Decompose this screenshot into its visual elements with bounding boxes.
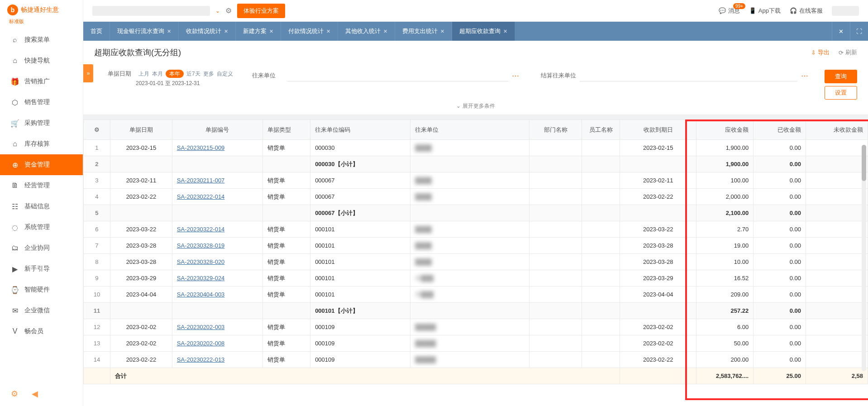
doc-link[interactable]: SA-20230222-014	[177, 193, 225, 200]
doc-link[interactable]: SA-20230328-019	[177, 242, 225, 249]
sidebar-item-basic-info[interactable]: ☷基础信息	[0, 196, 83, 217]
settle-more-icon[interactable]: ⋯	[801, 72, 808, 80]
doc-link[interactable]: SA-20230215-009	[177, 144, 225, 151]
user-avatar[interactable]	[832, 6, 859, 16]
table-row[interactable]: 1 2023-02-15 SA-20230215-009 销货单 000030 …	[84, 140, 868, 156]
settings-gear-icon[interactable]: ⚙	[11, 389, 18, 399]
sidebar-item-guide[interactable]: ▶新手引导	[0, 258, 83, 279]
date-option[interactable]: 近7天	[186, 71, 200, 77]
column-header[interactable]: 应收金额	[696, 120, 753, 140]
org-caret-icon[interactable]: ⌄	[215, 8, 220, 14]
table-row[interactable]: 6 2023-03-22 SA-20230322-014 销货单 000101 …	[84, 221, 868, 238]
vertical-scrollbar[interactable]	[862, 145, 866, 371]
tab[interactable]: 超期应收款查询✕	[452, 22, 515, 41]
column-header[interactable]: 往来单位编码	[310, 120, 410, 140]
unit-more-icon[interactable]: ⋯	[512, 72, 519, 80]
doc-link[interactable]: SA-20230202-008	[177, 340, 225, 347]
tab-close-icon[interactable]: ✕	[167, 29, 171, 34]
table-row[interactable]: 8 2023-03-28 SA-20230328-020 销货单 000101 …	[84, 254, 868, 270]
settle-unit-input[interactable]	[580, 70, 797, 81]
tab-close-icon[interactable]: ✕	[224, 29, 228, 34]
app-download-link[interactable]: 📱 App下载	[749, 7, 781, 15]
table-row[interactable]: 3 2023-02-11 SA-20230211-007 销货单 000067 …	[84, 172, 868, 189]
date-option[interactable]: 本月	[152, 71, 163, 77]
gear-icon[interactable]: ⚙	[225, 6, 232, 15]
sidebar-item-purchase[interactable]: 🛒采购管理	[0, 113, 83, 134]
column-header[interactable]: 往来单位	[410, 120, 529, 140]
collapse-icon[interactable]: ◀	[32, 389, 38, 399]
date-option[interactable]: 本年	[166, 70, 184, 78]
sidebar-item-quick-nav[interactable]: ⌂快捷导航	[0, 50, 83, 71]
sidebar-item-search-menu[interactable]: ⌕搜索菜单	[0, 29, 83, 50]
sidebar-item-label: 库存核算	[24, 140, 50, 148]
tab-close-icon[interactable]: ✕	[383, 29, 387, 34]
tab[interactable]: 费用支出统计✕	[395, 22, 452, 41]
table-row[interactable]: 7 2023-03-28 SA-20230328-019 销货单 000101 …	[84, 238, 868, 254]
table-row[interactable]: 5 000067【小计】 2,100.00 0.00	[84, 205, 868, 221]
table-row[interactable]: 13 2023-02-02 SA-20230202-008 销货单 000109…	[84, 335, 868, 352]
tab[interactable]: 新建方案✕	[236, 22, 281, 41]
table-row[interactable]: 11 000101【小计】 257.22 0.00	[84, 303, 868, 319]
date-option[interactable]: 自定义	[217, 71, 233, 77]
tab[interactable]: 现金银行流水查询✕	[110, 22, 179, 41]
tab-close-icon[interactable]: ✕	[503, 29, 507, 34]
online-service-link[interactable]: 🎧 在线客服	[790, 7, 823, 15]
date-option[interactable]: 更多	[203, 71, 214, 77]
tab-close-icon[interactable]: ✕	[440, 29, 444, 34]
tab[interactable]: 其他收入统计✕	[338, 22, 395, 41]
sidebar-item-system[interactable]: ◌系统管理	[0, 217, 83, 238]
doc-link[interactable]: SA-20230329-024	[177, 275, 225, 282]
sidebar-item-member[interactable]: V畅会员	[0, 321, 83, 342]
table-row[interactable]: 9 2023-03-29 SA-20230329-024 销货单 000101 …	[84, 270, 868, 287]
sidebar-item-marketing[interactable]: 🎁营销推广	[0, 71, 83, 92]
tab[interactable]: 付款情况统计✕	[281, 22, 338, 41]
filter-collapse-toggle[interactable]: »	[83, 64, 93, 82]
column-header[interactable]: 单据类型	[262, 120, 310, 140]
sidebar-item-sales[interactable]: ⬡销售管理	[0, 92, 83, 113]
column-header[interactable]: 单据日期	[110, 120, 172, 140]
org-selector-placeholder[interactable]	[92, 6, 210, 16]
export-button[interactable]: ⇩导出	[811, 48, 830, 57]
doc-link[interactable]: SA-20230328-020	[177, 258, 225, 265]
tab[interactable]: 首页	[83, 22, 110, 41]
sidebar-item-inventory[interactable]: ⌂库存核算	[0, 134, 83, 154]
date-option[interactable]: 上月	[138, 71, 149, 77]
sidebar-bottom: ⚙ ◀	[0, 382, 83, 406]
doc-link[interactable]: SA-20230202-003	[177, 324, 225, 330]
sidebar-item-hardware[interactable]: ⌚智能硬件	[0, 279, 83, 300]
unit-filter-input[interactable]	[287, 70, 509, 81]
doc-link[interactable]: SA-20230211-007	[177, 177, 225, 184]
column-header[interactable]: 收款到期日	[620, 120, 696, 140]
close-all-tabs-button[interactable]: ✕	[832, 22, 850, 41]
column-header[interactable]: 员工名称	[582, 120, 620, 140]
sidebar-item-wechat[interactable]: ✉企业微信	[0, 300, 83, 321]
column-header[interactable]: 已收金额	[754, 120, 806, 140]
doc-link[interactable]: SA-20230404-003	[177, 291, 225, 298]
column-header[interactable]: ⚙	[84, 120, 110, 140]
sidebar-item-operation[interactable]: 🗎经营管理	[0, 175, 83, 196]
sidebar-item-label: 基础信息	[24, 202, 50, 210]
table-row[interactable]: 14 2023-02-22 SA-20230222-013 销货单 000109…	[84, 352, 868, 368]
column-header[interactable]: 部门名称	[529, 120, 582, 140]
tab-label: 付款情况统计	[288, 27, 324, 35]
refresh-button[interactable]: ⟳刷新	[839, 48, 857, 57]
column-header[interactable]: 未收款金额	[806, 120, 868, 140]
expand-conditions-button[interactable]: ⌄ 展开更多条件	[83, 100, 868, 115]
fullscreen-button[interactable]: ⛶	[850, 22, 868, 41]
table-row[interactable]: 4 2023-02-22 SA-20230222-014 销货单 000067 …	[84, 189, 868, 205]
sidebar-item-collab[interactable]: 🗂企业协同	[0, 238, 83, 258]
tab-close-icon[interactable]: ✕	[326, 29, 330, 34]
column-header[interactable]: 单据编号	[172, 120, 262, 140]
setting-button[interactable]: 设置	[825, 86, 857, 100]
tab-close-icon[interactable]: ✕	[269, 29, 273, 34]
sidebar-item-funds[interactable]: ⊕资金管理	[0, 154, 83, 175]
table-row[interactable]: 12 2023-02-02 SA-20230202-003 销货单 000109…	[84, 319, 868, 335]
query-button[interactable]: 查询	[825, 70, 857, 83]
tab[interactable]: 收款情况统计✕	[179, 22, 236, 41]
messages-link[interactable]: 💬 消息 99+	[719, 7, 740, 15]
table-row[interactable]: 2 000030【小计】 1,900.00 0.00	[84, 156, 868, 172]
doc-link[interactable]: SA-20230322-014	[177, 226, 225, 233]
doc-link[interactable]: SA-20230222-013	[177, 356, 225, 363]
table-row[interactable]: 10 2023-04-04 SA-20230404-003 销货单 000101…	[84, 287, 868, 303]
experience-button[interactable]: 体验行业方案	[237, 4, 285, 18]
